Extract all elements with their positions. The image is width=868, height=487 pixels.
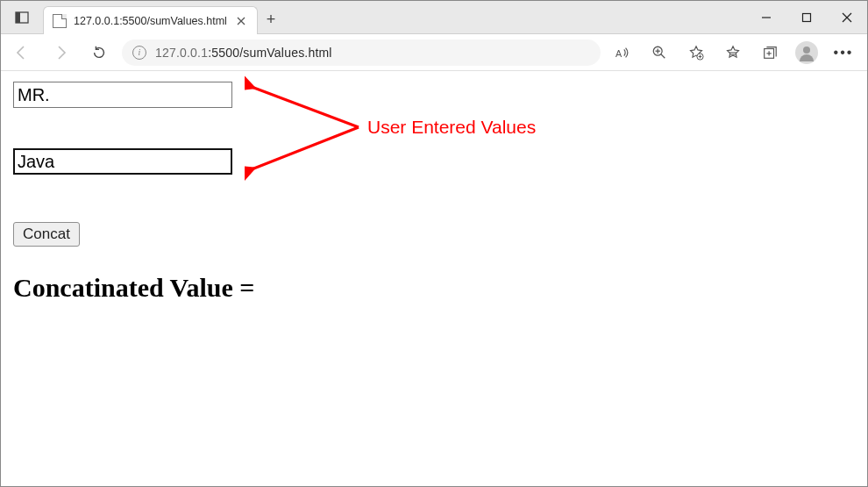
favorites-add-icon: [688, 45, 704, 61]
read-aloud-button[interactable]: A: [608, 39, 637, 67]
more-button[interactable]: •••: [829, 39, 858, 67]
minimize-icon: [761, 12, 772, 23]
input-1[interactable]: [13, 82, 232, 108]
title-bar: 127.0.0.1:5500/sumValues.html +: [1, 1, 867, 34]
read-aloud-icon: A: [615, 45, 630, 61]
concat-button[interactable]: Concat: [13, 222, 80, 247]
result-heading: Concatinated Value =: [13, 273, 855, 303]
new-tab-button[interactable]: +: [258, 6, 284, 33]
profile-icon: [795, 41, 818, 64]
page-icon: [53, 14, 67, 28]
svg-line-12: [661, 54, 665, 58]
refresh-button[interactable]: [83, 39, 115, 67]
profile-button[interactable]: [792, 39, 822, 67]
browser-tab[interactable]: 127.0.0.1:5500/sumValues.html: [43, 6, 258, 34]
svg-rect-1: [16, 12, 20, 23]
maximize-button[interactable]: [786, 1, 827, 33]
close-tab-button[interactable]: [234, 14, 248, 28]
input-2[interactable]: [13, 148, 232, 175]
refresh-icon: [91, 45, 107, 61]
address-bar: i 127.0.0.1:5500/sumValues.html A •••: [1, 34, 867, 71]
new-tab-icon: +: [267, 11, 276, 29]
url-host: 127.0.0.1: [155, 46, 208, 60]
svg-rect-5: [803, 13, 811, 21]
favorites-add-button[interactable]: [681, 39, 711, 67]
url-text: 127.0.0.1:5500/sumValues.html: [155, 46, 332, 60]
favorites-icon: [725, 45, 741, 61]
zoom-button[interactable]: [644, 39, 674, 67]
close-window-icon: [842, 12, 852, 23]
minimize-button[interactable]: [746, 1, 786, 33]
close-window-button[interactable]: [827, 1, 867, 33]
back-button[interactable]: [6, 39, 38, 67]
forward-icon: [52, 44, 69, 61]
back-icon: [13, 44, 31, 61]
more-icon: •••: [834, 45, 854, 61]
tab-actions-icon: [15, 11, 29, 24]
collections-icon: [762, 45, 778, 61]
page-content: Concat Concatinated Value = User Entered…: [1, 71, 867, 486]
tab-actions-button[interactable]: [1, 1, 43, 33]
zoom-icon: [651, 45, 667, 61]
maximize-icon: [801, 12, 812, 23]
favorites-button[interactable]: [718, 39, 748, 67]
address-field[interactable]: i 127.0.0.1:5500/sumValues.html: [122, 39, 601, 66]
tab-title: 127.0.0.1:5500/sumValues.html: [74, 15, 227, 27]
collections-button[interactable]: [755, 39, 785, 67]
close-tab-icon: [237, 17, 245, 25]
forward-button[interactable]: [45, 39, 76, 67]
url-path: :5500/sumValues.html: [208, 46, 331, 60]
info-icon: i: [132, 46, 146, 60]
svg-text:A: A: [615, 47, 623, 58]
browser-window: 127.0.0.1:5500/sumValues.html +: [0, 0, 868, 487]
